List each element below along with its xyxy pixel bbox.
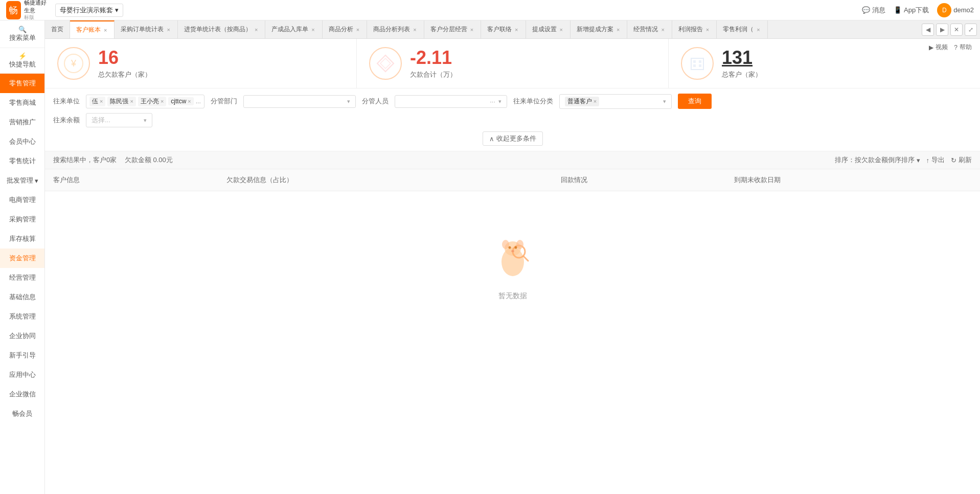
sidebar-item-quick-nav[interactable]: ⚡ 快捷导航 — [0, 48, 44, 74]
tab-product-analysis-list[interactable]: 商品分析列表 × — [367, 20, 424, 39]
app-download-label: App下载 — [904, 6, 929, 15]
sidebar-item-search-menu[interactable]: 🔍 搜索菜单 — [0, 20, 44, 48]
tab-retail-profit[interactable]: 零售利润（ × — [717, 20, 767, 39]
sidebar-item-member-center[interactable]: 会员中心 — [0, 132, 44, 151]
app-download-btn[interactable]: 📱 App下载 — [894, 6, 929, 15]
tab-purchase-orders-close[interactable]: × — [166, 26, 171, 33]
app-container: 畅 畅捷通好生意 标版 母婴行业演示账套 ▾ 💬 消息 📱 App下载 — [0, 0, 980, 494]
filter-tag-chen-close[interactable]: × — [130, 98, 133, 104]
tab-customer-segment-close[interactable]: × — [469, 26, 474, 33]
filter-tag-normal-customer[interactable]: 普通客户 × — [565, 97, 599, 106]
enterprise-collab-label: 企业协同 — [0, 331, 44, 341]
tab-product-analysis-list-close[interactable]: × — [412, 26, 417, 33]
filter-tag-normal-close[interactable]: × — [594, 98, 597, 104]
tab-profit-report-close[interactable]: × — [705, 26, 710, 33]
svg-line-12 — [523, 256, 528, 261]
company-selector[interactable]: 母婴行业演示账套 ▾ — [55, 4, 123, 17]
filter-tag-cjttcw[interactable]: cjttcw × — [168, 97, 193, 105]
sidebar-item-basic-info[interactable]: 基础信息 — [0, 287, 44, 307]
tab-customer-segment[interactable]: 客户分层经营 × — [424, 20, 481, 39]
sidebar-item-marketing[interactable]: 营销推广 — [0, 113, 44, 132]
person-input[interactable] — [400, 98, 487, 105]
col-overdue-date: 到期未收款日期 — [726, 169, 980, 191]
sort-selector[interactable]: 排序：按欠款金额倒序排序 ▾ — [835, 155, 920, 165]
sidebar-item-purchase-mgmt[interactable]: 采购管理 — [0, 210, 44, 229]
sidebar-item-wholesale-mgmt[interactable]: 批发管理 ▾ — [0, 171, 44, 190]
svg-rect-5 — [693, 60, 696, 63]
unit-type-select[interactable]: 普通客户 × ▾ — [559, 94, 672, 109]
tab-cost-entry-close[interactable]: × — [310, 26, 315, 33]
unit-tag-group[interactable]: 伍 × 陈民强 × 王小亮 × — [86, 95, 204, 108]
tab-product-analysis[interactable]: 商品分析 × — [323, 20, 367, 39]
sidebar-item-enterprise-wechat[interactable]: 企业微信 — [0, 385, 44, 404]
tab-prev-btn[interactable]: ◀ — [922, 24, 934, 36]
amount-filter-select[interactable]: 选择... ▾ — [86, 113, 152, 127]
tab-promo-settings-close[interactable]: × — [559, 26, 564, 33]
filter-tag-chen[interactable]: 陈民强 × — [107, 97, 135, 106]
tab-maximize-btn[interactable]: ⤢ — [965, 24, 977, 36]
tab-accounts-label: 客户账本 — [76, 26, 101, 34]
tab-purchase-stats[interactable]: 进货单统计表（按商品） × — [178, 20, 265, 39]
tab-next-btn[interactable]: ▶ — [936, 24, 948, 36]
sidebar-item-retail-mall[interactable]: 零售商城 — [0, 93, 44, 113]
sidebar-item-retail-mgmt[interactable]: 零售管理 — [0, 74, 44, 93]
customers-label: 总欠款客户（家） — [98, 70, 151, 79]
sidebar-item-operations-mgmt[interactable]: 经营管理 — [0, 268, 44, 287]
video-btn[interactable]: ▶ 视频 — [929, 43, 948, 52]
sidebar-item-new-guide[interactable]: 新手引导 — [0, 346, 44, 365]
tab-customer-contact-close[interactable]: × — [514, 26, 519, 33]
person-select[interactable]: ··· ▾ — [395, 95, 507, 108]
filter-tag-wu-close[interactable]: × — [100, 98, 103, 104]
tab-new-promo-close[interactable]: × — [616, 26, 621, 33]
dept-select[interactable]: ▾ — [243, 95, 356, 108]
collapse-up-icon: ∧ — [489, 135, 494, 143]
sidebar-item-enterprise-collab[interactable]: 企业协同 — [0, 326, 44, 346]
sidebar-item-retail-stats[interactable]: 零售统计 — [0, 151, 44, 171]
wholesale-arrow-icon: ▾ — [35, 177, 38, 185]
tab-customer-contact[interactable]: 客户联络 × — [481, 20, 526, 39]
tab-new-promo[interactable]: 新增提成方案 × — [571, 20, 627, 39]
sidebar-item-vip-member[interactable]: 畅会员 — [0, 404, 44, 423]
filter-tag-more[interactable]: ... — [196, 98, 201, 105]
col-repayment: 回款情况 — [553, 169, 726, 191]
dept-input[interactable] — [249, 98, 344, 105]
user-menu[interactable]: D demo2 — [937, 3, 974, 17]
sidebar-item-app-center[interactable]: 应用中心 — [0, 365, 44, 385]
quick-nav-label: 快捷导航 — [0, 60, 44, 69]
sidebar-item-ecommerce[interactable]: 电商管理 — [0, 190, 44, 210]
svg-text:¥: ¥ — [71, 58, 77, 69]
query-button[interactable]: 查询 — [678, 94, 712, 109]
sort-label: 排序：按欠款金额倒序排序 — [835, 155, 915, 165]
export-btn[interactable]: ↑ 导出 — [926, 155, 945, 165]
tab-accounts[interactable]: 客户账本 × — [70, 20, 115, 39]
help-btn[interactable]: ? 帮助 — [954, 43, 972, 52]
tab-promo-settings[interactable]: 提成设置 × — [526, 20, 571, 39]
tab-operations-close[interactable]: × — [660, 26, 665, 33]
tab-operations[interactable]: 经营情况 × — [627, 20, 672, 39]
filter-tag-wang[interactable]: 王小亮 × — [138, 97, 166, 106]
tab-purchase-orders[interactable]: 采购订单统计表 × — [115, 20, 177, 39]
filter-tag-cjttcw-close[interactable]: × — [188, 98, 191, 104]
filter-tag-wu[interactable]: 伍 × — [89, 97, 105, 106]
inventory-label: 库存核算 — [0, 234, 44, 243]
tab-profit-report[interactable]: 利润报告 × — [672, 20, 717, 39]
sidebar-item-system-mgmt[interactable]: 系统管理 — [0, 307, 44, 326]
tab-home[interactable]: 首页 — [45, 20, 70, 39]
col-customer-info: 客户信息 — [45, 169, 218, 191]
tab-cost-entry[interactable]: 产成品入库单 × — [265, 20, 322, 39]
result-summary: 搜索结果中，客户0家 — [53, 156, 117, 164]
tab-accounts-close[interactable]: × — [103, 27, 108, 34]
svg-rect-7 — [693, 64, 696, 67]
tab-close-all-btn[interactable]: ✕ — [950, 24, 963, 36]
messages-btn[interactable]: 💬 消息 — [862, 6, 885, 15]
tab-product-analysis-close[interactable]: × — [355, 26, 360, 33]
ecommerce-label: 电商管理 — [0, 195, 44, 205]
filter-tag-wu-text: 伍 — [92, 97, 98, 106]
collapse-button[interactable]: ∧ 收起更多条件 — [483, 131, 543, 146]
refresh-btn[interactable]: ↻ 刷新 — [951, 155, 972, 165]
tab-purchase-stats-close[interactable]: × — [254, 26, 259, 33]
filter-tag-wang-close[interactable]: × — [161, 98, 164, 104]
sidebar-item-inventory[interactable]: 库存核算 — [0, 229, 44, 249]
tab-retail-profit-close[interactable]: × — [756, 26, 761, 33]
sidebar-item-finance-mgmt[interactable]: 资金管理 — [0, 249, 44, 268]
